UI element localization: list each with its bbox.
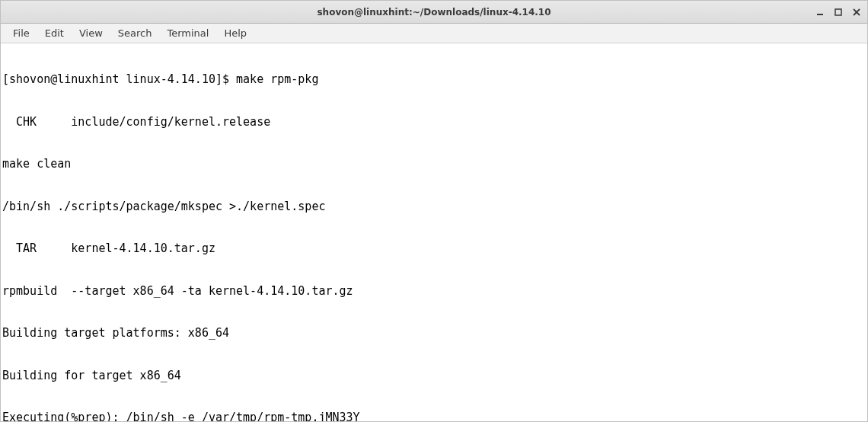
terminal-line: rpmbuild --target x86_64 -ta kernel-4.14…	[2, 284, 866, 299]
terminal-output[interactable]: [shovon@linuxhint linux-4.14.10]$ make r…	[1, 43, 867, 421]
svg-rect-0	[817, 14, 823, 15]
menu-file[interactable]: File	[5, 24, 37, 42]
close-icon	[853, 8, 860, 16]
terminal-line: CHK include/config/kernel.release	[2, 115, 866, 129]
terminal-line: [shovon@linuxhint linux-4.14.10]$ make r…	[2, 72, 866, 87]
minimize-button[interactable]	[814, 6, 826, 18]
minimize-icon	[816, 8, 824, 16]
terminal-line: make clean	[2, 157, 866, 171]
menubar: File Edit View Search Terminal Help	[1, 24, 867, 43]
terminal-line: Building target platforms: x86_64	[2, 326, 866, 340]
terminal-line: Building for target x86_64	[2, 369, 866, 383]
terminal-line: /bin/sh ./scripts/package/mkspec >./kern…	[2, 200, 866, 214]
close-button[interactable]	[850, 6, 863, 18]
menu-help[interactable]: Help	[216, 24, 254, 42]
menu-view[interactable]: View	[72, 24, 110, 42]
titlebar: shovon@linuxhint:~/Downloads/linux-4.14.…	[1, 1, 867, 24]
menu-terminal[interactable]: Terminal	[159, 24, 216, 42]
terminal-line: Executing(%prep): /bin/sh -e /var/tmp/rp…	[2, 411, 866, 421]
window-title: shovon@linuxhint:~/Downloads/linux-4.14.…	[317, 7, 550, 18]
maximize-icon	[834, 8, 842, 16]
terminal-line: TAR kernel-4.14.10.tar.gz	[2, 241, 866, 256]
maximize-button[interactable]	[832, 6, 844, 18]
window-controls	[814, 1, 863, 23]
menu-edit[interactable]: Edit	[37, 24, 72, 42]
menu-search[interactable]: Search	[110, 24, 160, 42]
svg-rect-1	[835, 9, 841, 15]
